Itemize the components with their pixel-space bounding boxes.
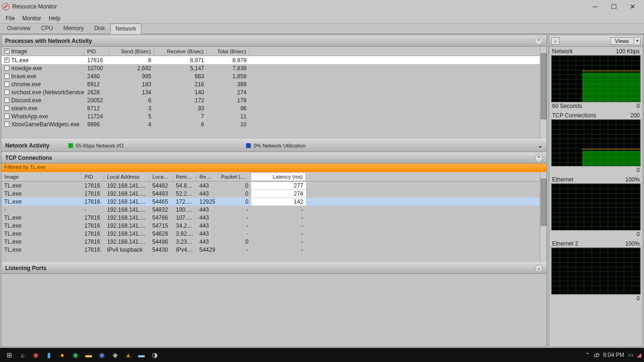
graph-footer-right: 0	[636, 295, 640, 302]
tcp-header[interactable]: TCP Connections ⌃	[1, 152, 546, 164]
taskbar-app-10[interactable]: ◑	[148, 348, 161, 362]
scrollbar[interactable]	[540, 47, 546, 139]
tcp-table: Image PID Local Address Local ... Remo..…	[1, 172, 546, 263]
title-bar: Resource Monitor ─ ☐ ✕	[0, 0, 644, 13]
minimize-button[interactable]: ─	[586, 1, 604, 12]
col-send[interactable]: Send (B/sec)	[109, 48, 154, 55]
col-packet-loss[interactable]: Packet Los...	[218, 173, 251, 181]
taskbar-app-1[interactable]: ◉	[29, 348, 42, 362]
table-row[interactable]: XboxGameBarWidgets.exe98964610	[1, 120, 546, 128]
graph-canvas	[551, 183, 641, 230]
graph-footer-left: 60 Seconds	[552, 103, 582, 109]
expand-icon[interactable]: ⌄	[538, 142, 543, 149]
taskbar-app-2[interactable]: ▮	[42, 348, 56, 362]
col-image[interactable]: Image	[11, 48, 27, 55]
row-checkbox[interactable]	[4, 90, 9, 95]
graph-title: Network	[552, 48, 573, 55]
graph-canvas	[551, 55, 641, 102]
taskbar-app-8[interactable]: ▲	[122, 348, 135, 362]
graph-scale: 100 Kbps	[616, 48, 640, 55]
start-button[interactable]: ⊞	[3, 348, 16, 362]
scrollbar[interactable]	[540, 172, 546, 263]
col-remote-port[interactable]: Remo...	[197, 173, 218, 181]
close-button[interactable]: ✕	[623, 1, 642, 12]
row-checkbox[interactable]	[4, 66, 9, 71]
system-tray: ⌃ ȸ 8:04 PM ▭ ◢	[585, 352, 641, 358]
menu-help[interactable]: Help	[45, 14, 64, 23]
row-checkbox[interactable]	[4, 58, 9, 63]
graph-block: Ethernet100%0	[549, 175, 643, 239]
col-pid[interactable]: PID	[84, 48, 109, 55]
col-receive[interactable]: Receive (B/sec)	[154, 48, 207, 55]
menu-monitor[interactable]: Monitor	[18, 14, 45, 23]
graph-scale: 100%	[625, 176, 640, 183]
views-dropdown-icon[interactable]: ▾	[634, 37, 641, 45]
collapse-icon[interactable]: ⌃	[535, 37, 543, 45]
graph-canvas	[551, 119, 641, 166]
search-icon[interactable]: ⌕	[16, 348, 29, 362]
col-latency[interactable]: Latency (ms)	[251, 173, 306, 181]
row-checkbox[interactable]	[4, 122, 9, 127]
table-row[interactable]: Discord.exe200526172178	[1, 96, 546, 104]
table-row[interactable]: WhatsApp.exe117245711	[1, 112, 546, 120]
col-image[interactable]: Image	[1, 173, 82, 181]
taskbar-app-9[interactable]: ▬	[135, 348, 148, 362]
listening-body	[1, 274, 546, 346]
table-row[interactable]: TL.exe17816192.168.141.189546283.82....4…	[1, 230, 546, 238]
taskbar-app-7[interactable]: ◆	[108, 348, 122, 362]
taskbar-app-3[interactable]: ●	[56, 348, 69, 362]
collapse-icon[interactable]: ⌃	[535, 154, 543, 162]
row-checkbox[interactable]	[4, 82, 9, 87]
table-row[interactable]: TL.exe17816192.168.141.1895471534.23...4…	[1, 222, 546, 230]
row-checkbox[interactable]	[4, 98, 9, 103]
table-row[interactable]: svchost.exe (NetworkService...2628134140…	[1, 88, 546, 96]
graphs-pane: › Views ▾ Network100 Kbps60 Seconds0TCP …	[549, 35, 643, 347]
tray-icon[interactable]: ȸ	[594, 352, 599, 358]
col-total[interactable]: Total (B/sec)	[207, 48, 249, 55]
table-row[interactable]: TL.exe17816192.168.141.1895449352.21...4…	[1, 189, 546, 197]
network-activity-header[interactable]: Network Activity 55 Kbps Network I/O 0% …	[1, 139, 546, 152]
row-checkbox[interactable]	[4, 74, 9, 79]
tab-cpu[interactable]: CPU	[36, 23, 58, 33]
col-pid[interactable]: PID	[82, 173, 104, 181]
table-row[interactable]: TL.exe17816IPv4 loopback54430IPv4 l...54…	[1, 246, 546, 254]
table-row[interactable]: TL.exe17816192.168.141.18954465172.6...1…	[1, 197, 546, 206]
menu-file[interactable]: File	[2, 14, 18, 23]
col-local-address[interactable]: Local Address	[104, 173, 149, 181]
taskbar-app-5[interactable]: ▬	[82, 348, 95, 362]
table-row[interactable]: steam.exe871239396	[1, 104, 546, 112]
left-pane: Processes with Network Activity ⌃ Image …	[1, 35, 547, 347]
tab-overview[interactable]: Overview	[2, 23, 36, 33]
tab-bar: Overview CPU Memory Disk Network	[0, 24, 644, 34]
table-row[interactable]: TL.exe1781688,9718,979	[1, 56, 546, 64]
col-remote-address[interactable]: Remo...	[173, 173, 197, 181]
table-row[interactable]: msedge.exe107002,6925,1477,839	[1, 64, 546, 72]
taskbar-app-4[interactable]: ◉	[69, 348, 82, 362]
table-row[interactable]: TL.exe17816192.168.141.18954766107.2...4…	[1, 214, 546, 222]
tray-chevron-icon[interactable]: ⌃	[585, 352, 590, 358]
expand-icon[interactable]: ⌄	[535, 264, 543, 272]
processes-header[interactable]: Processes with Network Activity ⌃	[1, 35, 546, 47]
clock[interactable]: 8:04 PM	[603, 352, 624, 358]
graph-footer-right: 0	[636, 167, 640, 173]
views-button[interactable]: Views	[610, 37, 634, 45]
table-row[interactable]: --192.168.141.18954832100.2...443--	[1, 206, 546, 214]
col-local-port[interactable]: Local ...	[149, 173, 173, 181]
table-row[interactable]: chrome.exe6912183216399	[1, 80, 546, 88]
tray-app-icon[interactable]: ◢	[637, 352, 641, 358]
listening-header[interactable]: Listening Ports ⌄	[1, 263, 546, 274]
graph-canvas	[551, 247, 641, 295]
taskbar-app-6[interactable]: ◉	[95, 348, 108, 362]
header-checkbox[interactable]	[4, 49, 9, 54]
tab-memory[interactable]: Memory	[58, 23, 89, 33]
table-row[interactable]: TL.exe17816192.168.141.1895448254.86...4…	[1, 181, 546, 189]
table-row[interactable]: TL.exe17816192.168.141.189544963.233...4…	[1, 238, 546, 246]
tab-disk[interactable]: Disk	[89, 23, 110, 33]
table-row[interactable]: brave.exe24809956631,658	[1, 72, 546, 80]
row-checkbox[interactable]	[4, 114, 9, 119]
maximize-button[interactable]: ☐	[604, 1, 623, 12]
tab-network[interactable]: Network	[110, 24, 141, 34]
row-checkbox[interactable]	[4, 106, 9, 111]
graph-nav-button[interactable]: ›	[551, 37, 560, 45]
action-center-icon[interactable]: ▭	[628, 352, 633, 358]
